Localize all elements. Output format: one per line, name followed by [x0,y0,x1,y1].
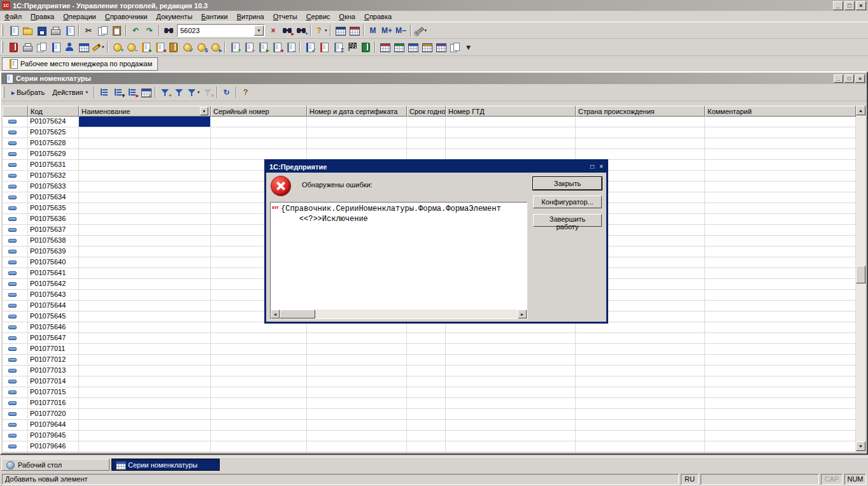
cell-code[interactable]: P01075640 [28,257,79,268]
column-header-gtd[interactable]: Номер ГТД [446,106,576,117]
cell-gtd[interactable] [446,333,576,344]
cell-gtd[interactable] [446,409,576,420]
cell-marker[interactable] [3,182,28,192]
cell-country[interactable] [576,376,705,387]
cell-expiry[interactable] [407,366,446,376]
cell-country[interactable] [576,398,705,409]
menu-item-витрина[interactable]: Витрина [232,11,269,22]
table-row[interactable]: P01077020 [3,409,856,420]
table-row[interactable]: P01077012 [3,355,856,366]
cell-expiry[interactable] [407,322,446,333]
cell-comment[interactable] [705,247,856,257]
cell-marker[interactable] [3,431,28,441]
combo-dropdown-icon[interactable]: ▼ [254,25,264,36]
toolbar-grip[interactable] [1,41,3,53]
cell-code[interactable]: P01075624 [28,117,79,127]
cell-code[interactable]: P01075647 [28,333,79,344]
cell-comment[interactable] [705,376,856,387]
cell-marker[interactable] [3,322,28,333]
report-red-icon[interactable] [378,40,392,54]
combo-value[interactable]: 56023 [180,27,254,34]
cell-name[interactable] [79,431,211,441]
actions-button[interactable]: Действия ▾ [48,85,92,99]
report-list-icon[interactable] [448,40,462,54]
toolbar-grip[interactable] [1,25,3,36]
cell-comment[interactable] [705,420,856,431]
cell-name[interactable] [79,398,211,409]
cell-serial[interactable] [211,387,307,398]
cell-code[interactable]: P01075632 [28,171,79,182]
red-doc-icon[interactable] [317,40,331,54]
cell-code[interactable]: P01075639 [28,247,79,257]
cell-marker[interactable] [3,149,28,160]
cell-comment[interactable] [705,225,856,236]
cell-comment[interactable] [705,203,856,214]
cell-code[interactable]: P01077014 [28,376,79,387]
cell-serial[interactable] [211,355,307,366]
toolbar-grip[interactable] [3,87,4,98]
cell-expiry[interactable] [407,420,446,431]
cell-code[interactable]: P01075638 [28,236,79,247]
cell-gtd[interactable] [446,420,576,431]
cell-certificate[interactable] [307,333,407,344]
cell-comment[interactable] [705,301,856,311]
cell-expiry[interactable] [407,138,446,149]
service-messages-icon[interactable]: ?▾ [313,24,328,38]
table-row[interactable]: P01077013 [3,366,856,376]
cell-name[interactable] [79,387,211,398]
cell-comment[interactable] [705,192,856,203]
cell-comment[interactable] [705,311,856,322]
cell-comment[interactable] [705,431,856,441]
cell-certificate[interactable] [307,376,407,387]
journal-icon[interactable] [48,40,62,54]
goods-receipt-icon[interactable]: + [227,40,241,54]
cell-code[interactable]: P01075645 [28,311,79,322]
cell-comment[interactable] [705,257,856,268]
table-row[interactable]: P01079645 [3,431,856,441]
save-icon[interactable] [34,24,48,38]
cell-gtd[interactable] [446,398,576,409]
expand-levels-icon[interactable]: ▾ [111,85,125,99]
list-window-titlebar[interactable]: Серии номенклатуры _ □ × [1,73,867,84]
column-header-certificate[interactable]: Номер и дата сертификата [307,106,407,117]
cell-code[interactable]: P01077016 [28,398,79,409]
cell-serial[interactable] [211,127,307,138]
cell-marker[interactable] [3,290,28,301]
cash-expense-icon[interactable]: − [124,40,138,54]
pencil-tools-icon[interactable]: ▾ [90,40,105,54]
cell-country[interactable] [576,138,705,149]
cell-marker[interactable] [3,247,28,257]
calendar-icon[interactable] [347,24,361,38]
cell-certificate[interactable] [307,138,407,149]
column-filter-icon[interactable]: ▼ [200,107,208,115]
cell-serial[interactable] [211,376,307,387]
cell-expiry[interactable] [407,376,446,387]
cell-code[interactable]: P01075646 [28,322,79,333]
selected-cell[interactable] [79,117,211,127]
hierarchy-view-icon[interactable] [97,85,111,99]
cell-country[interactable] [576,355,705,366]
child-close-button[interactable]: × [855,75,865,83]
menu-item-правка[interactable]: Правка [26,11,59,22]
cut-icon[interactable]: ✂ [82,24,96,38]
cell-code[interactable]: P01075631 [28,160,79,171]
main-titlebar[interactable]: 1С 1С:Предприятие - Управление торговлей… [0,0,868,11]
menu-item-бантики[interactable]: Бантики [197,11,232,22]
cell-marker[interactable] [3,441,28,452]
column-header-serial[interactable]: Серийный номер [211,106,307,117]
cell-code[interactable]: P01077015 [28,387,79,398]
cell-name[interactable] [79,171,211,182]
table-row[interactable]: P01075629 [3,149,856,160]
cell-gtd[interactable] [446,344,576,355]
cell-comment[interactable] [705,322,856,333]
child-minimize-button[interactable]: _ [834,75,843,83]
cell-country[interactable] [576,441,705,452]
tools-icon[interactable]: ▾ [413,24,428,38]
cell-name[interactable] [79,366,211,376]
cell-certificate[interactable] [307,355,407,366]
cell-name[interactable] [79,257,211,268]
cell-certificate[interactable] [307,409,407,420]
menu-item-справочники[interactable]: Справочники [101,11,152,22]
cell-code[interactable]: P01075644 [28,301,79,311]
cell-marker[interactable] [3,279,28,290]
